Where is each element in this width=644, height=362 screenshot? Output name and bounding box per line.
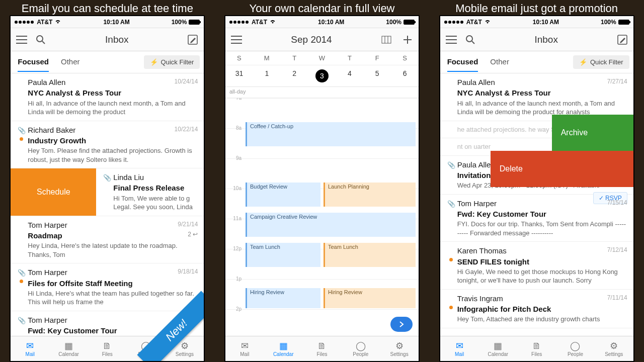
calendar-event[interactable]: Hiring Review: [324, 288, 416, 308]
date-cell[interactable]: 5: [363, 65, 391, 86]
message-subject: Files for Offsite Staff Meeting: [28, 279, 198, 289]
message-item[interactable]: 10/24/14Paula AllenNYC Analyst & Press T…: [11, 73, 204, 121]
signal-dots-icon: [444, 21, 463, 24]
carrier-label: AT&T: [252, 19, 267, 26]
quick-filter-button[interactable]: ⚡Quick Filter: [573, 55, 629, 69]
compose-icon[interactable]: [187, 34, 199, 46]
agenda-view[interactable]: 7a8a9a10a11a12p1p2pCoffee / Catch-upBudg…: [225, 98, 419, 336]
message-item[interactable]: 📎7/15/14Tom HarperFwd: Key Customer Tour…: [440, 195, 633, 242]
multiday-icon[interactable]: [380, 34, 392, 46]
next-fab[interactable]: [390, 317, 413, 332]
message-date: 10/24/14: [175, 77, 198, 85]
battery-indicator: 100%: [601, 19, 629, 26]
swipe-schedule-action[interactable]: Schedule: [11, 168, 96, 216]
message-list[interactable]: 10/24/14Paula AllenNYC Analyst & Press T…: [11, 73, 204, 336]
phone-2: AT&T 10:10 AM 100% Sep 2014 SMTWTFS 3112…: [224, 15, 420, 362]
message-item[interactable]: Schedule📎Linda LiuFinal Press ReleaseHi …: [11, 168, 204, 216]
date-cell[interactable]: 3: [308, 65, 336, 86]
tab-calendar[interactable]: ▦Calendar: [478, 336, 517, 361]
tab-focused[interactable]: Focused: [447, 52, 478, 72]
hour-label: 2p: [228, 306, 242, 312]
message-date: 9/18/14: [178, 267, 198, 276]
battery-indicator: 100%: [172, 19, 200, 26]
message-from: Richard Baker: [28, 125, 198, 135]
menu-icon[interactable]: [16, 34, 28, 46]
swipe-delete-action[interactable]: Delete: [491, 151, 633, 187]
tab-people[interactable]: ◯People: [556, 336, 595, 361]
calendar-date-row[interactable]: 31123456: [225, 65, 419, 87]
date-cell[interactable]: 2: [281, 65, 308, 86]
message-preview: Hi all, In advance of the launch next mo…: [457, 99, 627, 117]
menu-icon[interactable]: [445, 34, 457, 46]
menu-icon[interactable]: [230, 34, 243, 46]
tab-files[interactable]: 🗎Files: [517, 336, 556, 361]
date-cell[interactable]: 31: [225, 65, 253, 86]
calendar-event[interactable]: Launch Planning: [324, 183, 416, 207]
hour-label: 10a: [228, 186, 242, 191]
tab-settings[interactable]: ⚙Settings: [595, 336, 633, 361]
message-preview: Hey Linda, Here's the latest update to t…: [28, 241, 198, 259]
search-icon[interactable]: [464, 34, 476, 46]
message-item[interactable]: 📎10/22/14Richard BakerIndustry GrowthHey…: [11, 121, 204, 169]
tab-other[interactable]: Other: [490, 52, 509, 72]
message-subject: NYC Analyst & Press Tour: [28, 88, 198, 98]
date-cell[interactable]: 1: [253, 65, 281, 86]
tab-people[interactable]: ◯People: [341, 336, 380, 361]
message-date: 7/15/14: [607, 199, 627, 207]
tab-files[interactable]: 🗎Files: [303, 336, 342, 361]
unread-dot: [449, 258, 453, 261]
tab-focused[interactable]: Focused: [18, 52, 49, 72]
calendar-dow-row: SMTWTFS: [225, 51, 419, 65]
tab-calendar[interactable]: ▦Calendar: [49, 336, 88, 361]
message-subject: Industry Growth: [28, 136, 198, 146]
calendar-event[interactable]: Campaign Creative Review: [246, 213, 416, 237]
search-icon[interactable]: [35, 34, 47, 46]
message-preview: Hey Tom, Attached are the industry growt…: [457, 315, 627, 324]
svg-point-3: [466, 36, 472, 42]
calendar-event[interactable]: Coffee / Catch-up: [246, 122, 416, 146]
hour-label: 8a: [228, 125, 242, 131]
hour-label: 9a: [228, 155, 242, 161]
tab-mail[interactable]: ✉Mail: [440, 336, 479, 361]
files-icon: 🗎: [532, 341, 541, 351]
mail-icon: ✉: [26, 341, 34, 351]
message-list[interactable]: 7/27/14Paula AllenNYC Analyst & Press To…: [440, 73, 633, 336]
people-icon: ◯: [356, 341, 366, 351]
message-from: Linda Liu: [113, 172, 198, 183]
calendar-event[interactable]: Hiring Review: [246, 288, 320, 308]
message-item[interactable]: 9/21/142 ↩Tom HarperRoadmapHey Linda, He…: [11, 216, 204, 264]
add-icon[interactable]: [401, 34, 414, 46]
files-icon: 🗎: [317, 341, 327, 351]
calendar-icon: ▦: [64, 341, 73, 351]
calendar-event[interactable]: Team Lunch: [246, 243, 320, 267]
message-subject: NYC Analyst & Press Tour: [457, 88, 627, 98]
wifi-icon: [484, 18, 491, 26]
calendar-event[interactable]: Budget Review: [246, 183, 320, 207]
message-item[interactable]: 7/27/14Paula AllenNYC Analyst & Press To…: [440, 73, 633, 121]
carrier-label: AT&T: [37, 19, 52, 26]
quick-filter-button[interactable]: ⚡Quick Filter: [144, 55, 200, 69]
allday-row: all-day: [225, 87, 419, 98]
swipe-archive-action[interactable]: Archive: [552, 115, 633, 151]
clock-label: 10:10 AM: [276, 19, 386, 26]
dow-cell: S: [391, 51, 419, 65]
compose-icon[interactable]: [616, 34, 628, 46]
tab-calendar[interactable]: ▦Calendar: [264, 336, 303, 361]
date-cell[interactable]: 6: [391, 65, 419, 86]
date-cell[interactable]: 4: [336, 65, 363, 86]
message-item[interactable]: 7/11/14Travis IngramInfographic for Pitc…: [440, 290, 633, 328]
message-date: 10/22/14: [175, 125, 198, 133]
tab-other[interactable]: Other: [61, 52, 80, 72]
tab-settings[interactable]: ⚙Settings: [380, 336, 419, 361]
message-subject: SEND FILES tonight: [457, 257, 627, 267]
battery-indicator: 100%: [386, 19, 415, 26]
message-item[interactable]: 📎9/18/14Tom HarperFiles for Offsite Staf…: [11, 263, 204, 311]
tab-mail[interactable]: ✉Mail: [11, 336, 49, 361]
mail-icon: ✉: [456, 341, 463, 351]
tab-mail[interactable]: ✉Mail: [225, 336, 264, 361]
tab-files[interactable]: 🗎Files: [88, 336, 127, 361]
message-item[interactable]: 7/12/14Karen ThomasSEND FILES tonightHi …: [440, 242, 633, 290]
message-from: Tom Harper: [28, 267, 198, 278]
calendar-event[interactable]: Team Lunch: [324, 243, 416, 267]
navbar-title: Sep 2014: [250, 34, 373, 45]
